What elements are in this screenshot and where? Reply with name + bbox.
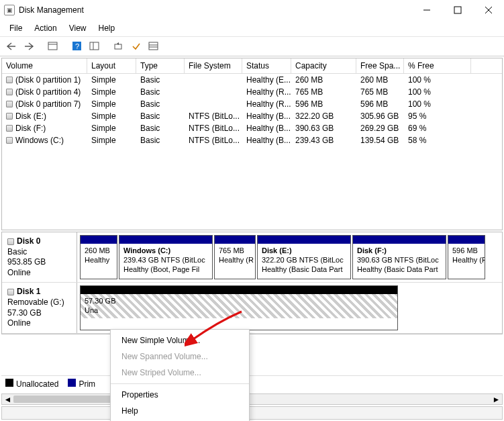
partition[interactable]: 260 MB Healthy — [80, 235, 117, 279]
cell-pct: 95 % — [404, 110, 471, 122]
svg-rect-10 — [115, 44, 121, 49]
toolbar-panel-icon[interactable] — [87, 39, 103, 54]
partition-strip — [215, 236, 255, 244]
partition[interactable]: 765 MB Healthy (R — [214, 235, 256, 279]
legend-unallocated-label: Unallocated — [16, 379, 58, 389]
context-menu-item: New Striped Volume... — [111, 365, 249, 381]
menu-action[interactable]: Action — [29, 21, 62, 35]
scroll-right-icon[interactable]: ► — [491, 394, 502, 404]
maximize-button[interactable] — [442, 0, 473, 20]
partition[interactable]: Disk (E:) 322.20 GB NTFS (BitLoc Healthy… — [257, 235, 351, 279]
disk-info[interactable]: Disk 1 Removable (G:) 57.30 GB Online — [2, 283, 77, 332]
disk-icon — [7, 289, 14, 295]
menu-bar: File Action View Help — [0, 20, 504, 37]
partition[interactable]: 596 MB Healthy (R — [448, 235, 485, 279]
cell-free: 596 MB — [356, 98, 404, 110]
cell-fs: NTFS (BitLo... — [185, 110, 242, 122]
partition-title: Windows (C:) — [123, 246, 208, 256]
cell-free: 139.54 GB — [356, 134, 404, 146]
disk-icon — [7, 238, 14, 245]
volume-icon — [6, 101, 13, 107]
cell-free: 269.29 GB — [356, 122, 404, 134]
partition-line1: 57.30 GB — [85, 297, 393, 306]
table-row[interactable]: (Disk 0 partition 7)SimpleBasicHealthy (… — [2, 98, 502, 110]
cell-volume: Disk (F:) — [15, 124, 46, 133]
cell-capacity: 239.43 GB — [291, 134, 356, 146]
toolbar-refresh-icon[interactable] — [111, 39, 127, 54]
menu-help[interactable]: Help — [93, 21, 121, 35]
minimize-button[interactable] — [411, 0, 442, 20]
cell-layout: Simple — [87, 98, 136, 110]
cell-capacity: 322.20 GB — [291, 110, 356, 122]
toolbar-list-icon[interactable] — [146, 39, 162, 54]
disk-partitions: 57.30 GB Una — [77, 283, 502, 332]
forward-button[interactable] — [21, 39, 37, 54]
cell-capacity: 596 MB — [291, 98, 356, 110]
volume-icon — [6, 77, 13, 83]
cell-type: Basic — [136, 110, 185, 122]
horizontal-scrollbar[interactable]: ◄ ► — [1, 393, 503, 405]
partition[interactable]: Disk (F:) 390.63 GB NTFS (BitLoc Healthy… — [352, 235, 446, 279]
cell-capacity: 765 MB — [291, 86, 356, 98]
volume-icon — [6, 89, 13, 95]
partition[interactable]: Windows (C:) 239.43 GB NTFS (BitLoc Heal… — [119, 235, 213, 279]
toolbar-check-icon[interactable] — [128, 39, 144, 54]
menu-file[interactable]: File — [4, 21, 28, 35]
disk-status: Online — [7, 318, 71, 329]
table-row[interactable]: (Disk 0 partition 1)SimpleBasicHealthy (… — [2, 74, 502, 86]
partition-line1: 322.20 GB NTFS (BitLoc — [262, 256, 346, 265]
table-row[interactable]: (Disk 0 partition 4)SimpleBasicHealthy (… — [2, 86, 502, 98]
context-menu-separator — [111, 383, 249, 384]
partition-line2: Healthy (Basic Data Part — [357, 265, 442, 275]
context-menu-item[interactable]: New Simple Volume... — [111, 332, 249, 348]
disk-name: Disk 1 — [17, 287, 40, 297]
context-menu: New Simple Volume...New Spanned Volume..… — [110, 329, 250, 421]
close-button[interactable] — [473, 0, 504, 20]
context-menu-item[interactable]: Properties — [111, 387, 249, 403]
cell-pct: 58 % — [404, 134, 471, 146]
cell-pct: 69 % — [404, 122, 471, 134]
partition-line1: 765 MB — [219, 246, 251, 256]
table-row[interactable]: Disk (E:)SimpleBasicNTFS (BitLo...Health… — [2, 110, 502, 122]
partition-line1: 390.63 GB NTFS (BitLoc — [357, 256, 442, 265]
disk-partitions: 260 MB Healthy Windows (C:) 239.43 GB NT… — [77, 232, 502, 282]
col-filesystem[interactable]: File System — [185, 58, 242, 73]
partition-strip — [81, 236, 117, 244]
disk-info[interactable]: Disk 0 Basic 953.85 GB Online — [2, 232, 77, 282]
cell-volume: Disk (E:) — [15, 111, 46, 121]
col-volume[interactable]: Volume — [2, 58, 87, 73]
cell-status: Healthy (B... — [242, 110, 291, 122]
volume-icon — [6, 137, 13, 144]
disk-name: Disk 0 — [17, 236, 40, 247]
partition-line1: 596 MB — [452, 246, 481, 256]
volume-icon — [6, 125, 13, 132]
disk-type: Basic — [7, 247, 71, 258]
legend-primary-label: Prim — [79, 379, 95, 389]
cell-free: 260 MB — [356, 74, 404, 86]
cell-capacity: 260 MB — [291, 74, 356, 86]
col-free[interactable]: Free Spa... — [356, 58, 404, 73]
partition-unallocated[interactable]: 57.30 GB Una — [80, 285, 398, 330]
cell-fs — [185, 74, 242, 86]
cell-status: Healthy (R... — [242, 86, 291, 98]
back-button[interactable] — [3, 39, 19, 54]
cell-layout: Simple — [87, 122, 136, 134]
col-capacity[interactable]: Capacity — [291, 58, 356, 73]
status-bar — [1, 406, 503, 420]
scroll-left-icon[interactable]: ◄ — [2, 394, 13, 404]
cell-type: Basic — [136, 98, 185, 110]
cell-type: Basic — [136, 134, 185, 146]
table-row[interactable]: Windows (C:)SimpleBasicNTFS (BitLo...Hea… — [2, 134, 502, 146]
context-menu-item[interactable]: Help — [111, 403, 249, 419]
col-pctfree[interactable]: % Free — [404, 58, 471, 73]
col-type[interactable]: Type — [136, 58, 185, 73]
volume-table-body[interactable]: (Disk 0 partition 1)SimpleBasicHealthy (… — [2, 74, 502, 230]
help-icon[interactable]: ? — [69, 39, 85, 54]
cell-layout: Simple — [87, 110, 136, 122]
toolbar-view-icon[interactable] — [45, 39, 61, 54]
col-status[interactable]: Status — [242, 58, 291, 73]
table-row[interactable]: Disk (F:)SimpleBasicNTFS (BitLo...Health… — [2, 122, 502, 134]
menu-view[interactable]: View — [64, 21, 92, 35]
cell-type: Basic — [136, 74, 185, 86]
col-layout[interactable]: Layout — [87, 58, 136, 73]
